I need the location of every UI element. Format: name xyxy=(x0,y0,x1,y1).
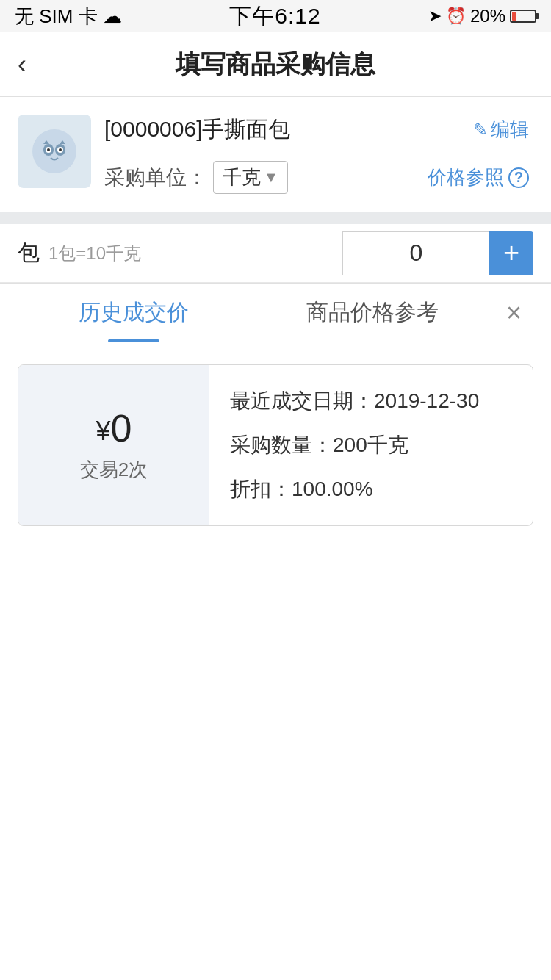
battery-percent: 20% xyxy=(470,6,505,26)
page-title: 填写商品采购信息 xyxy=(176,48,375,82)
price-trades: 交易2次 xyxy=(80,457,148,483)
dropdown-arrow-icon: ▼ xyxy=(264,169,278,186)
edit-icon: ✎ xyxy=(473,120,488,140)
product-unit-row: 采购单位： 千克 ▼ 价格参照 ? xyxy=(104,161,529,194)
svg-point-6 xyxy=(59,148,62,151)
quantity-row: 包 1包=10千克 + xyxy=(0,224,551,283)
network-label: 无 SIM 卡 ☁ xyxy=(15,4,122,29)
alarm-icon: ⏰ xyxy=(446,7,466,26)
product-title-row: [0000006]手撕面包 ✎ 编辑 xyxy=(104,115,529,145)
nav-bar: ‹ 填写商品采购信息 xyxy=(0,32,551,97)
product-image xyxy=(29,126,80,177)
status-time: 下午6:12 xyxy=(229,1,320,32)
battery-icon xyxy=(510,10,536,23)
price-card-right: 最近成交日期：2019-12-30 采购数量：200千克 折扣：100.00% xyxy=(209,365,533,525)
price-card-left: ¥0 交易2次 xyxy=(18,365,209,525)
unit-label: 采购单位： xyxy=(104,164,207,192)
quantity-input[interactable] xyxy=(342,231,489,275)
product-card: [0000006]手撕面包 ✎ 编辑 采购单位： 千克 ▼ 价格参照 ? xyxy=(0,97,551,212)
price-value: ¥0 xyxy=(96,408,132,450)
product-info: [0000006]手撕面包 ✎ 编辑 采购单位： 千克 ▼ 价格参照 ? xyxy=(104,115,529,194)
tab-historical-price[interactable]: 历史成交价 xyxy=(15,284,253,342)
price-card: ¥0 交易2次 最近成交日期：2019-12-30 采购数量：200千克 折扣：… xyxy=(18,364,533,526)
tab-product-price-reference[interactable]: 商品价格参考 xyxy=(253,284,491,342)
svg-point-5 xyxy=(47,148,50,151)
help-icon: ? xyxy=(508,167,529,188)
edit-button[interactable]: ✎ 编辑 xyxy=(473,117,529,143)
tabs-header: 历史成交价 商品价格参考 × xyxy=(0,284,551,342)
status-left: 无 SIM 卡 ☁ xyxy=(15,4,122,29)
svg-point-0 xyxy=(32,129,76,173)
tab-active-indicator xyxy=(108,339,159,342)
close-button[interactable]: × xyxy=(491,292,536,334)
discount-row: 折扣：100.00% xyxy=(230,474,512,505)
price-reference-button[interactable]: 价格参照 ? xyxy=(428,165,529,190)
back-button[interactable]: ‹ xyxy=(18,49,26,80)
page-content: [0000006]手撕面包 ✎ 编辑 采购单位： 千克 ▼ 价格参照 ? xyxy=(0,97,551,980)
quantity-input-area: + xyxy=(342,231,533,275)
quantity-unit-label: 包 xyxy=(18,238,40,268)
tabs-panel: 历史成交价 商品价格参考 × ¥0 交易2次 最近成交日期：2019-12-3 xyxy=(0,283,551,548)
quantity-hint: 1包=10千克 xyxy=(48,242,342,265)
product-name: [0000006]手撕面包 xyxy=(104,115,290,145)
recent-date-row: 最近成交日期：2019-12-30 xyxy=(230,386,512,417)
product-thumbnail xyxy=(18,115,91,188)
location-icon: ➤ xyxy=(428,7,442,26)
price-cards-container: ¥0 交易2次 最近成交日期：2019-12-30 采购数量：200千克 折扣：… xyxy=(0,342,551,548)
status-bar: 无 SIM 卡 ☁ 下午6:12 ➤ ⏰ 20% xyxy=(0,0,551,32)
purchase-quantity-row: 采购数量：200千克 xyxy=(230,430,512,461)
section-divider xyxy=(0,212,551,224)
unit-dropdown[interactable]: 千克 ▼ xyxy=(213,161,288,194)
quantity-increment-button[interactable]: + xyxy=(489,231,533,275)
status-right: ➤ ⏰ 20% xyxy=(428,6,536,26)
